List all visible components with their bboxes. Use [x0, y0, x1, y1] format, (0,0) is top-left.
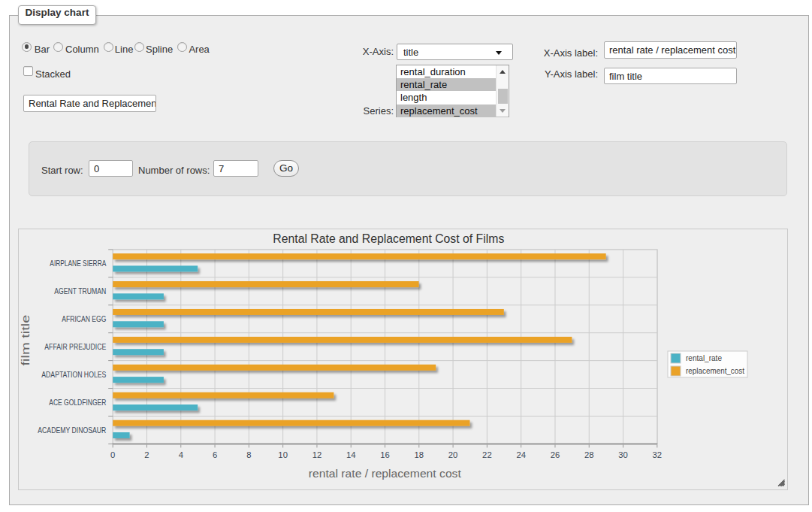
svg-text:18: 18 — [415, 450, 424, 459]
svg-text:rental_rate: rental_rate — [686, 353, 722, 362]
svg-text:16: 16 — [380, 450, 390, 459]
svg-text:0: 0 — [110, 450, 115, 459]
svg-text:rental rate / replacement cost: rental rate / replacement cost — [309, 468, 461, 480]
svg-text:20: 20 — [448, 450, 458, 459]
svg-text:ACE GOLDFINGER: ACE GOLDFINGER — [49, 398, 106, 407]
svg-text:8: 8 — [246, 450, 251, 459]
svg-text:10: 10 — [278, 450, 288, 459]
svg-text:32: 32 — [653, 450, 663, 459]
svg-text:28: 28 — [584, 450, 594, 459]
svg-text:12: 12 — [312, 450, 322, 459]
svg-text:26: 26 — [551, 450, 560, 459]
svg-text:AFFAIR PREJUDICE: AFFAIR PREJUDICE — [44, 343, 106, 351]
svg-text:2: 2 — [144, 450, 149, 459]
svg-text:Rental Rate and Replacement Co: Rental Rate and Replacement Cost of Film… — [273, 232, 504, 245]
svg-text:30: 30 — [618, 450, 628, 459]
svg-text:ADAPTATION HOLES: ADAPTATION HOLES — [41, 371, 106, 379]
svg-text:22: 22 — [482, 450, 492, 459]
svg-text:14: 14 — [346, 450, 356, 459]
svg-text:replacement_cost: replacement_cost — [686, 366, 744, 375]
svg-text:AFRICAN EGG: AFRICAN EGG — [62, 315, 106, 323]
svg-text:24: 24 — [516, 450, 526, 459]
svg-text:4: 4 — [179, 450, 183, 459]
svg-text:AGENT TRUMAN: AGENT TRUMAN — [54, 287, 106, 295]
svg-text:6: 6 — [213, 450, 217, 459]
svg-text:film title: film title — [20, 315, 32, 366]
svg-text:AIRPLANE SIERRA: AIRPLANE SIERRA — [50, 259, 106, 268]
svg-text:ACADEMY DINOSAUR: ACADEMY DINOSAUR — [38, 426, 106, 435]
